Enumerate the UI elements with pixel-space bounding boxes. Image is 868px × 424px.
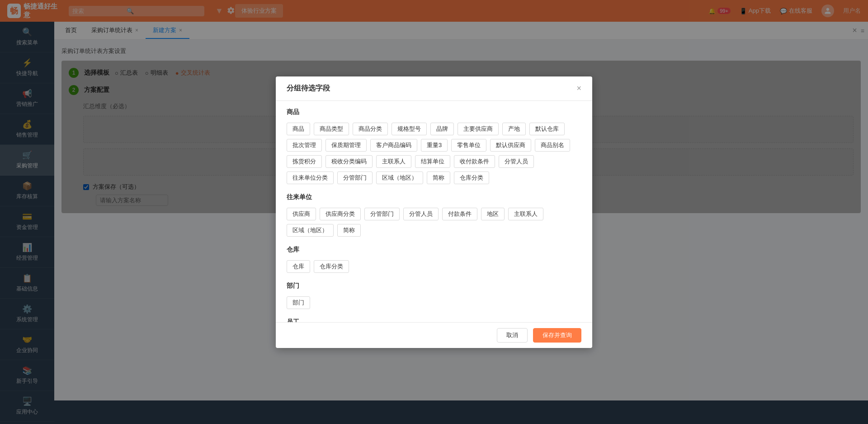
field-section-title-0: 商品	[287, 108, 581, 118]
field-tag-0-5[interactable]: 主要供应商	[458, 123, 499, 135]
field-tag-0-10[interactable]: 客户商品编码	[370, 139, 417, 152]
confirm-button[interactable]: 保存并查询	[533, 328, 581, 343]
field-tag-0-23[interactable]: 区域（地区）	[376, 172, 423, 184]
field-tag-0-14[interactable]: 商品别名	[535, 139, 570, 152]
field-tag-0-2[interactable]: 商品分类	[353, 123, 388, 135]
field-tag-1-5[interactable]: 地区	[481, 208, 505, 220]
modal-title: 分组待选字段	[287, 84, 330, 93]
field-tag-0-9[interactable]: 保质期管理	[326, 139, 367, 152]
cancel-button[interactable]: 取消	[497, 328, 528, 343]
modal-overlay: 分组待选字段 × 商品商品商品类型商品分类规格型号品牌主要供应商产地默认仓库批次…	[0, 0, 868, 424]
field-tag-2-0[interactable]: 仓库	[287, 260, 310, 273]
field-tag-0-24[interactable]: 简称	[427, 172, 450, 184]
field-section-0: 商品商品商品类型商品分类规格型号品牌主要供应商产地默认仓库批次管理保质期管理客户…	[287, 108, 581, 184]
field-tag-0-11[interactable]: 重量3	[421, 139, 448, 152]
field-tag-0-13[interactable]: 默认供应商	[490, 139, 531, 152]
field-tag-0-0[interactable]: 商品	[287, 123, 310, 135]
field-tags-1: 供应商供应商分类分管部门分管人员付款条件地区主联系人区域（地区）简称	[287, 208, 581, 237]
field-section-title-4: 员工	[287, 318, 581, 322]
field-tags-3: 部门	[287, 296, 581, 309]
field-tag-0-25[interactable]: 仓库分类	[454, 172, 489, 184]
field-tag-0-3[interactable]: 规格型号	[392, 123, 427, 135]
field-tag-1-2[interactable]: 分管部门	[364, 208, 400, 220]
field-tags-0: 商品商品类型商品分类规格型号品牌主要供应商产地默认仓库批次管理保质期管理客户商品…	[287, 123, 581, 184]
field-tag-0-7[interactable]: 默认仓库	[529, 123, 565, 135]
field-section-1: 往来单位供应商供应商分类分管部门分管人员付款条件地区主联系人区域（地区）简称	[287, 193, 581, 237]
field-section-title-2: 仓库	[287, 246, 581, 256]
field-tag-0-17[interactable]: 主联系人	[376, 155, 411, 168]
field-tag-0-22[interactable]: 分管部门	[337, 172, 373, 184]
modal: 分组待选字段 × 商品商品商品类型商品分类规格型号品牌主要供应商产地默认仓库批次…	[276, 76, 592, 348]
field-section-title-1: 往来单位	[287, 193, 581, 203]
field-tag-0-8[interactable]: 批次管理	[287, 139, 322, 152]
field-tag-1-6[interactable]: 主联系人	[508, 208, 543, 220]
modal-footer: 取消 保存并查询	[276, 322, 592, 348]
field-tag-2-1[interactable]: 仓库分类	[314, 260, 349, 273]
field-tag-0-21[interactable]: 往来单位分类	[287, 172, 334, 184]
field-tag-1-7[interactable]: 区域（地区）	[287, 224, 334, 237]
field-tag-1-3[interactable]: 分管人员	[403, 208, 439, 220]
field-section-3: 部门部门	[287, 282, 581, 309]
field-tag-0-20[interactable]: 分管人员	[499, 155, 534, 168]
field-tag-3-0[interactable]: 部门	[287, 296, 310, 309]
field-tag-0-1[interactable]: 商品类型	[314, 123, 349, 135]
field-tag-0-18[interactable]: 结算单位	[415, 155, 450, 168]
modal-close-btn[interactable]: ×	[576, 84, 581, 92]
field-tag-1-8[interactable]: 简称	[337, 224, 361, 237]
field-tags-2: 仓库仓库分类	[287, 260, 581, 273]
field-tag-0-12[interactable]: 零售单位	[451, 139, 486, 152]
field-tag-0-4[interactable]: 品牌	[430, 123, 454, 135]
modal-body: 商品商品商品类型商品分类规格型号品牌主要供应商产地默认仓库批次管理保质期管理客户…	[276, 101, 592, 322]
field-tag-0-19[interactable]: 收付款条件	[454, 155, 495, 168]
modal-header: 分组待选字段 ×	[276, 76, 592, 101]
field-tag-0-16[interactable]: 税收分类编码	[326, 155, 373, 168]
field-tag-1-0[interactable]: 供应商	[287, 208, 316, 220]
field-section-title-3: 部门	[287, 282, 581, 292]
field-tag-0-6[interactable]: 产地	[502, 123, 526, 135]
field-tag-1-4[interactable]: 付款条件	[442, 208, 477, 220]
field-tag-0-15[interactable]: 拣货积分	[287, 155, 322, 168]
field-tag-1-1[interactable]: 供应商分类	[320, 208, 361, 220]
field-section-4: 员工业务员	[287, 318, 581, 322]
field-section-2: 仓库仓库仓库分类	[287, 246, 581, 273]
